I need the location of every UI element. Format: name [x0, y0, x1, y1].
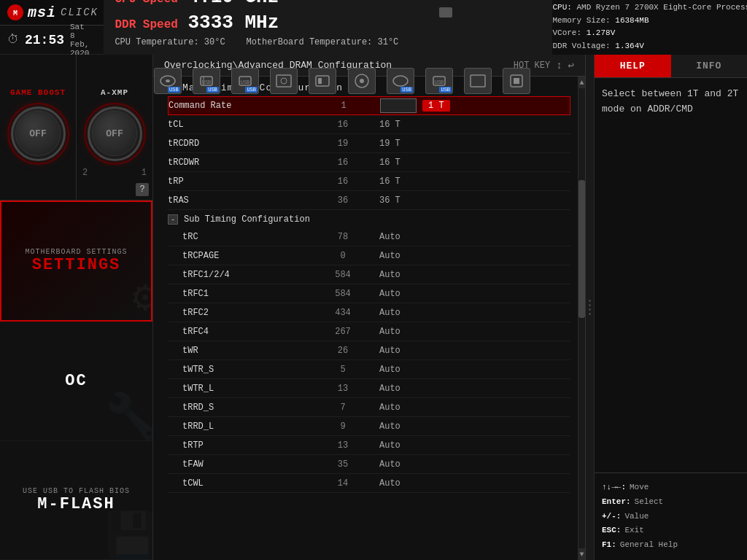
sub-col-val-5: 267 [314, 327, 372, 337]
sub-col-set-4: Auto [372, 308, 481, 318]
axmp-knob[interactable]: OFF [88, 106, 142, 161]
axmp-number-right: 1 [142, 168, 147, 178]
tab-info[interactable]: INFO [671, 55, 748, 77]
back-icon[interactable]: ↩ [568, 59, 574, 71]
sub-timing-row-0[interactable]: tRC78Auto [168, 228, 570, 246]
col-set-1[interactable]: 16 T [372, 120, 481, 130]
mb-temp-value: 31°C [378, 37, 399, 47]
boot-device-4[interactable]: USB USB [231, 68, 259, 94]
ddr-speed-label: DDR Speed [115, 18, 180, 31]
col-set-4[interactable]: 16 T [372, 176, 481, 187]
tab-help[interactable]: HELP [595, 55, 671, 77]
sub-timing-row-4[interactable]: tRFC2434Auto [168, 303, 570, 322]
right-panel-content: Select between 1T and 2T mode on ADDR/CM… [595, 78, 747, 472]
svg-rect-13 [316, 76, 329, 86]
sub-timing-row-3[interactable]: tRFC1584Auto [168, 284, 570, 303]
sub-col-name-5: tRFC4 [168, 327, 314, 337]
col-set-2[interactable]: 19 T [372, 139, 481, 149]
boot-device-6[interactable] [309, 68, 336, 94]
cpu-speed-label: CPU Speed [115, 0, 180, 6]
sidebar-item-settings[interactable]: ⚙ Motherboard settings SETTINGS [0, 201, 152, 322]
boot-device-11[interactable] [503, 68, 530, 94]
settings-sublabel: Motherboard settings [25, 248, 127, 256]
sub-col-val-0: 78 [314, 232, 372, 242]
sub-timing-row-2[interactable]: tRFC1/2/4584Auto [168, 265, 570, 284]
sub-col-name-13: tCWL [168, 478, 314, 489]
sub-col-set-12: Auto [372, 459, 481, 470]
scroll-down-arrow[interactable]: ▼ [578, 548, 585, 560]
col-val-0: 1 [314, 101, 373, 111]
enter-label: Select [635, 495, 664, 510]
boot-device-7[interactable] [348, 68, 376, 94]
sub-timing-row-12[interactable]: tFAW35Auto [168, 455, 570, 474]
col-val-3: 16 [314, 158, 372, 168]
svg-point-5 [166, 79, 170, 82]
sub-timing-row-9[interactable]: tRRD_S7Auto [168, 398, 570, 417]
move-label: Move [630, 481, 649, 495]
footer-move: ↑↓→←: Move [602, 481, 740, 495]
sub-timing-row-6[interactable]: tWR26Auto [168, 341, 570, 360]
sub-col-set-6: Auto [372, 346, 481, 356]
table-scrollbar[interactable]: ▲ ▼ [578, 77, 585, 560]
sub-timing-row-13[interactable]: tCWL14Auto [168, 474, 570, 493]
col-set-0[interactable]: 1 T [373, 98, 482, 113]
boot-device-5[interactable] [270, 68, 298, 94]
sub-timing-row-5[interactable]: tRFC4267Auto [168, 322, 570, 341]
sub-col-name-6: tWR [168, 346, 314, 356]
sub-col-set-13: Auto [372, 478, 481, 489]
drag-dot-1 [589, 300, 591, 302]
svg-rect-20 [471, 75, 485, 87]
game-boost-knob[interactable]: OFF [11, 106, 66, 161]
config-row-2[interactable]: tRCDRD1919 T [168, 134, 570, 153]
sub-col-val-9: 7 [314, 402, 372, 413]
config-row-1[interactable]: tCL1616 T [168, 115, 570, 134]
config-row-5[interactable]: tRAS3636 T [168, 191, 570, 210]
sidebar-item-mflash[interactable]: 💾 Use USB to flash BIOS M-FLASH [0, 441, 152, 560]
help-question-button[interactable]: ? [136, 183, 149, 196]
sub-timing-header[interactable]: - Sub Timing Configuration [168, 210, 570, 228]
config-row-4[interactable]: tRP1616 T [168, 172, 570, 191]
collapse-icon[interactable]: - [168, 214, 178, 225]
sub-timing-row-1[interactable]: tRCPAGE0Auto [168, 246, 570, 265]
arrow-icon[interactable]: ↕ [556, 60, 562, 71]
boot-device-10[interactable] [464, 68, 492, 94]
config-row-3[interactable]: tRCDWR1616 T [168, 153, 570, 172]
svg-point-17 [393, 76, 408, 86]
boot-device-9[interactable]: USB USB [425, 68, 453, 94]
boot-device-2[interactable]: USB [154, 68, 182, 94]
scroll-up-arrow[interactable]: ▲ [578, 77, 585, 88]
sub-col-name-0: tRC [168, 232, 314, 242]
sub-col-name-4: tRFC2 [168, 308, 314, 318]
sidebar-item-oc[interactable]: 🔧 OC [0, 322, 152, 440]
sub-timing-row-11[interactable]: tRTP13Auto [168, 436, 570, 455]
game-boost-panel: GAME BOOST OFF [0, 55, 77, 200]
col-val-2: 19 [314, 139, 372, 149]
cpu-speed-row: CPU Speed 4.10 GHz [115, 0, 530, 8]
sub-timing-row-8[interactable]: tWTR_L13Auto [168, 379, 570, 398]
setting-input-0[interactable] [380, 98, 417, 113]
oc-label: OC [65, 372, 87, 390]
boot-device-8[interactable]: USB [387, 68, 414, 94]
col-set-3[interactable]: 16 T [372, 158, 481, 168]
boost-row: GAME BOOST OFF A-XMP 2 OFF 1 [0, 55, 152, 201]
scroll-thumb[interactable] [578, 180, 585, 318]
col-val-1: 16 [314, 120, 372, 130]
scroll-track[interactable] [578, 88, 585, 548]
ddr-speed-value: 3333 MHz [187, 12, 279, 34]
boot-device-3[interactable]: USB USB [193, 68, 220, 94]
drag-handle[interactable] [585, 55, 594, 560]
col-set-5[interactable]: 36 T [372, 195, 481, 206]
date-display: Sat 8 Feb, 2020 [70, 23, 89, 58]
config-row-0[interactable]: Command Rate11 T [168, 96, 570, 115]
axmp-number-left: 2 [82, 168, 88, 178]
sub-col-set-2: Auto [372, 270, 481, 280]
settings-label: SETTINGS [32, 256, 121, 274]
esc-icon: ESC: [602, 524, 621, 538]
sub-timing-row-7[interactable]: tWTR_S5Auto [168, 360, 570, 379]
sub-timing-row-10[interactable]: tRRD_L9Auto [168, 417, 570, 436]
svg-text:M: M [13, 9, 18, 18]
footer-value: +/-: Value [602, 510, 740, 524]
setting-badge-0[interactable]: 1 T [422, 100, 450, 112]
sub-col-set-3: Auto [372, 289, 481, 299]
footer-f1: F1: General Help [602, 538, 740, 553]
